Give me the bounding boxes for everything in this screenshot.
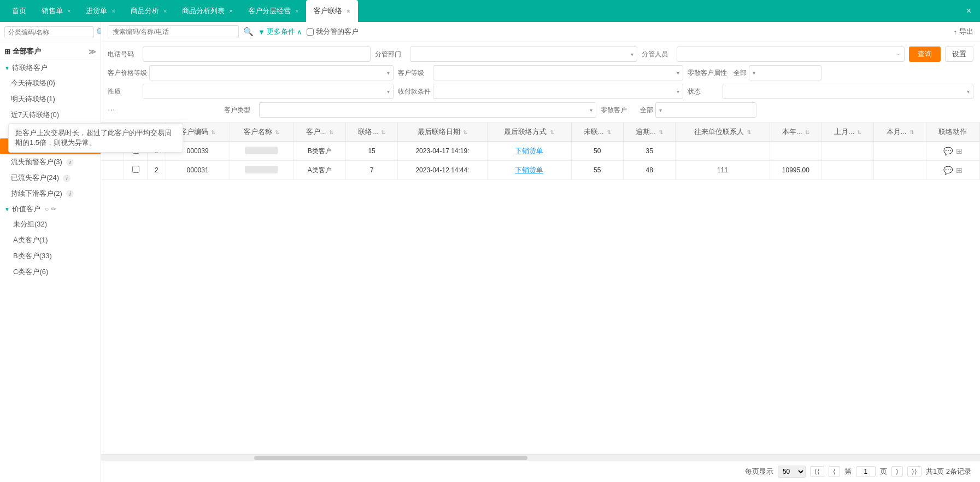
triangle-down-icon2: ▼: [4, 206, 10, 212]
settings-button[interactable]: 设置: [945, 47, 973, 62]
this-year-col-header[interactable]: 本年... ⇅: [770, 123, 821, 142]
row-checkbox-2[interactable]: [132, 166, 139, 173]
related-contacts-col-header[interactable]: 往来单位联系人 ⇅: [676, 123, 770, 142]
scrollbar-thumb[interactable]: [254, 456, 527, 460]
per-page-select[interactable]: 50 20 100: [778, 466, 806, 478]
total-label: 共1页 2条记录: [926, 467, 971, 477]
next-page-button[interactable]: ⟩: [891, 466, 903, 477]
main-layout: 🔍 ⊞ 全部客户 ≫ ▼ 待联络客户 今天待联络(0) 明天待联络(1) 近7天…: [0, 22, 980, 482]
sidebar-search-input[interactable]: [4, 26, 94, 38]
payment-label: 收付款条件: [398, 87, 431, 96]
uncontacted-col-header[interactable]: 未联... ⇅: [571, 123, 623, 142]
export-button[interactable]: ↑ 导出: [954, 27, 974, 37]
page-input[interactable]: [856, 466, 876, 477]
phone-field: 电话号码: [108, 47, 371, 62]
close-customer-contact-tab[interactable]: ×: [347, 8, 350, 14]
retail-attr-label: 零散客户属性: [688, 68, 727, 78]
manager-select[interactable]: ···: [677, 47, 905, 62]
last-method-link-2[interactable]: 下销货单: [515, 166, 543, 174]
prev-page-button[interactable]: ⟨: [829, 466, 840, 477]
first-page-button[interactable]: ⟨⟨: [810, 466, 824, 477]
horizontal-scrollbar[interactable]: [101, 454, 980, 461]
sidebar-search-icon[interactable]: 🔍: [96, 28, 101, 37]
search-button[interactable]: 🔍: [243, 27, 254, 37]
last-month-col-header[interactable]: 上月... ⇅: [822, 123, 874, 142]
pending-group-title[interactable]: ▼ 待联络客户: [0, 60, 101, 76]
my-customers-checkbox[interactable]: [307, 28, 314, 36]
query-button[interactable]: 查询: [909, 47, 941, 62]
nav-tab-customer-segment[interactable]: 客户分层经营 ×: [240, 0, 306, 22]
sidebar-item-a-class[interactable]: A类客户(1): [2, 233, 101, 248]
sidebar-item-already-lost[interactable]: 已流失客户(24) i: [0, 170, 101, 186]
value-group-items: 未分组(32) A类客户(1) B类客户(33) C类客户(6): [0, 217, 101, 280]
overdue-col-header[interactable]: 逾期... ⇅: [623, 123, 675, 142]
name-col-header[interactable]: 客户名称 ⇅: [230, 123, 294, 142]
more-options-dots[interactable]: ···: [108, 105, 115, 115]
retail-customer-select[interactable]: ▾: [655, 102, 756, 118]
last-contact-method-col-header[interactable]: 最后联络方式 ⇅: [487, 123, 571, 142]
status-select[interactable]: ▾: [723, 84, 973, 99]
sidebar-item-today[interactable]: 今天待联络(0): [0, 76, 101, 91]
customer-grade-select[interactable]: ▾: [433, 65, 684, 80]
nav-tab-home[interactable]: 首页: [4, 0, 34, 22]
uncontacted-cell-2: 55: [571, 161, 623, 180]
nav-tab-purchase[interactable]: 进货单 ×: [78, 0, 122, 22]
message-icon-2[interactable]: 💬: [943, 166, 953, 175]
grid-icon: ⊞: [4, 48, 10, 56]
close-analysis-tab[interactable]: ×: [163, 8, 167, 14]
nav-tab-analysis-list[interactable]: 商品分析列表 ×: [174, 0, 240, 22]
sidebar-search-area: 🔍: [0, 22, 101, 43]
checkbox-cell-2: [124, 161, 148, 180]
last-contact-date-col-header[interactable]: 最后联络日期 ⇅: [398, 123, 487, 142]
sidebar-item-c-class[interactable]: C类客户(6): [2, 264, 101, 280]
more-conditions-button[interactable]: ▼ 更多条件 ∧: [258, 27, 302, 37]
pencil-icon-value-group[interactable]: ✏: [51, 205, 56, 213]
sort-icon-last-method: ⇅: [550, 129, 554, 135]
my-customers-checkbox-label[interactable]: 我分管的客户: [307, 27, 359, 37]
nature-select[interactable]: ▾: [143, 84, 394, 99]
category-col-header[interactable]: 客户... ⇅: [294, 123, 345, 142]
message-icon-1[interactable]: 💬: [943, 147, 953, 155]
name-cell-2: [230, 161, 294, 180]
sidebar-item-tomorrow[interactable]: 明天待联络(1): [0, 91, 101, 107]
retail-attr-select[interactable]: ▾: [749, 65, 821, 80]
filter-icon: ▼: [258, 28, 265, 36]
actions-col-header: 联络动作: [926, 123, 979, 142]
close-purchase-tab[interactable]: ×: [112, 8, 115, 14]
close-customer-segment-tab[interactable]: ×: [295, 8, 298, 14]
last-method-link-1[interactable]: 下销货单: [515, 147, 543, 155]
last-date-cell-2: 2023-04-12 14:44:: [398, 161, 487, 180]
phone-input[interactable]: [143, 47, 371, 62]
close-sales-tab[interactable]: ×: [67, 8, 71, 14]
contact-col-header[interactable]: 联络... ⇅: [345, 123, 397, 142]
customer-type-select[interactable]: ▾: [259, 102, 597, 118]
sidebar-item-ungroup[interactable]: 未分组(32): [2, 217, 101, 233]
this-month-col-header[interactable]: 本月... ⇅: [874, 123, 926, 142]
nav-tab-sales[interactable]: 销售单 ×: [34, 0, 78, 22]
overdue-cell-1: 35: [623, 142, 675, 161]
nature-label: 性质: [108, 87, 140, 96]
actions-cell-2: 💬 ⊞: [926, 161, 979, 180]
close-analysis-list-tab[interactable]: ×: [229, 8, 232, 14]
nav-tab-customer-contact[interactable]: 客户联络 ×: [306, 0, 357, 22]
dept-select[interactable]: ▾: [410, 47, 638, 62]
sort-icon-uncontacted: ⇅: [607, 129, 611, 135]
chevron-down-icon4: ▾: [677, 70, 679, 76]
nav-tab-analysis[interactable]: 商品分析 ×: [123, 0, 174, 22]
last-page-button[interactable]: ⟩⟩: [907, 466, 922, 477]
table-area: ⚙ 客户编码 ⇅ 客户名称 ⇅ 客户... ⇅: [101, 123, 980, 454]
more-icon-1[interactable]: ⊞: [956, 147, 963, 155]
edit-icon-value-group[interactable]: ○: [45, 205, 49, 213]
more-icon-2[interactable]: ⊞: [956, 166, 963, 175]
sidebar-item-lost-preview[interactable]: 流失预警客户(3) i: [0, 154, 101, 170]
sidebar-item-7days[interactable]: 近7天待联络(0): [0, 107, 101, 123]
payment-select[interactable]: ▾: [433, 84, 684, 99]
price-grade-select[interactable]: ▾: [149, 65, 394, 80]
sidebar-item-continuous-down[interactable]: 持续下滑客户(2) i: [0, 186, 101, 202]
window-close-button[interactable]: ×: [966, 6, 971, 16]
sidebar-item-b-class[interactable]: B类客户(33): [2, 248, 101, 264]
value-group-title[interactable]: ▼ 价值客户 ○ ✏: [0, 201, 101, 217]
search-input[interactable]: [108, 25, 239, 38]
collapse-icon[interactable]: ≫: [89, 48, 96, 56]
sort-icon-overdue: ⇅: [659, 129, 663, 135]
